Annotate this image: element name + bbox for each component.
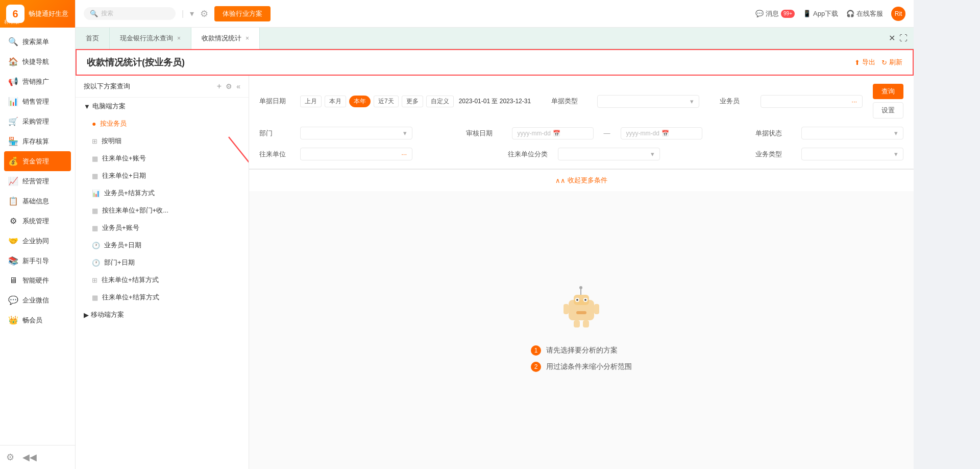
- tab-collection-stats-label: 收款情况统计: [202, 34, 241, 43]
- partner-select[interactable]: ···: [300, 148, 412, 160]
- partner-dots[interactable]: ···: [401, 150, 407, 158]
- sidebar-item-hardware[interactable]: 🖥 智能硬件: [0, 271, 75, 290]
- salesperson-select[interactable]: ···: [761, 95, 863, 108]
- scheme-item-partner-settle1[interactable]: ⊞ 往来单位+结算方式: [76, 271, 249, 289]
- doc-type-select[interactable]: ▾: [597, 95, 699, 108]
- scheme-settings-icon[interactable]: ⚙: [226, 82, 232, 90]
- partner-category-chevron: ▾: [651, 150, 654, 158]
- scheme-button[interactable]: 体验行业方案: [214, 6, 271, 21]
- online-service-button[interactable]: 🎧 在线客服: [846, 9, 883, 18]
- settings-button[interactable]: 设置: [873, 102, 903, 119]
- date-btn-this-month[interactable]: 本月: [325, 96, 346, 107]
- doc-status-select[interactable]: ▾: [801, 127, 903, 139]
- date-btn-7days[interactable]: 近7天: [374, 96, 399, 107]
- desktop-section[interactable]: ▼ 电脑端方案: [76, 98, 249, 115]
- basic-nav-icon: 📋: [8, 196, 18, 206]
- scheme-item-dept-date[interactable]: 🕐 部门+日期: [76, 254, 249, 271]
- scheme-item-salesperson-date[interactable]: 🕐 业务员+日期: [76, 237, 249, 254]
- date-btn-this-year[interactable]: 本年: [349, 96, 371, 107]
- scheme-item-partner-dept[interactable]: ▦ 按往来单位+部门+收...: [76, 202, 249, 219]
- date-btn-more[interactable]: 更多: [402, 96, 423, 107]
- scheme-salesperson-account-label: 业务员+账号: [102, 223, 139, 232]
- review-date-start-text: yyyy-mm-dd: [518, 130, 551, 137]
- svg-rect-12: [576, 311, 586, 314]
- scheme-item-partner-settle2[interactable]: ▦ 往来单位+结算方式: [76, 289, 249, 306]
- scheme-salesperson-date-label: 业务员+日期: [104, 241, 141, 250]
- date-range-separator: —: [604, 129, 610, 137]
- finance-nav-icon: 💰: [8, 156, 18, 166]
- export-button[interactable]: ⬆ 导出: [854, 58, 875, 67]
- tab-bank-flow-close[interactable]: ×: [177, 35, 181, 42]
- collab-nav-icon: 🤝: [8, 236, 18, 246]
- scheme-item-detail[interactable]: ⊞ 按明细: [76, 132, 249, 150]
- add-scheme-icon[interactable]: +: [217, 82, 222, 91]
- export-icon: ⬆: [854, 59, 860, 66]
- partner-category-select[interactable]: ▾: [558, 148, 660, 160]
- sidebar-item-quicknav[interactable]: 🏠 快捷导航: [0, 52, 75, 72]
- topbar-search[interactable]: 🔍 搜索: [84, 7, 176, 20]
- review-date-end[interactable]: yyyy-mm-dd 📅: [621, 127, 702, 139]
- sidebar-item-finance-label: 资金管理: [22, 157, 49, 166]
- sidebar-item-member[interactable]: 👑 畅会员: [0, 310, 75, 330]
- sidebar-item-finance[interactable]: 💰 资金管理: [4, 151, 71, 171]
- collapse-sidebar-icon[interactable]: ◀◀: [22, 452, 37, 463]
- sidebar-item-inventory-label: 库存核算: [22, 137, 49, 146]
- sidebar-item-system[interactable]: ⚙ 系统管理: [0, 211, 75, 231]
- dropdown-icon[interactable]: ▾: [190, 9, 194, 18]
- guide-nav-icon: 📚: [8, 256, 18, 266]
- svg-rect-10: [574, 320, 580, 327]
- sidebar-item-inventory[interactable]: 🏪 库存核算: [0, 131, 75, 151]
- step-1-num: 1: [531, 345, 541, 356]
- mobile-section[interactable]: ▶ 移动端方案: [76, 306, 249, 323]
- sidebar-item-marketing[interactable]: 📢 营销推广: [0, 72, 75, 91]
- salesperson-settle-icon: 📊: [92, 190, 100, 197]
- app-download-button[interactable]: 📱 App下载: [803, 9, 838, 18]
- date-btn-custom[interactable]: 自定义: [426, 96, 454, 107]
- empty-state: 1 请先选择要分析的方案 2 用过滤条件来缩小分析范围: [249, 191, 914, 469]
- sidebar-item-sales[interactable]: 📊 销售管理: [0, 91, 75, 111]
- sidebar-item-wechat[interactable]: 💬 企业微信: [0, 290, 75, 310]
- sidebar-item-search[interactable]: 🔍 搜索菜单: [0, 32, 75, 52]
- query-button[interactable]: 查询: [873, 84, 903, 99]
- biz-type-select[interactable]: ▾: [801, 148, 903, 160]
- tab-bank-flow[interactable]: 现金银行流水查询 ×: [110, 28, 191, 49]
- user-avatar[interactable]: Rit: [891, 7, 905, 21]
- dept-select[interactable]: ▾: [300, 127, 412, 139]
- wechat-nav-icon: 💬: [8, 295, 18, 305]
- messages-icon: 💬: [755, 10, 764, 17]
- salesperson-dots[interactable]: ···: [851, 98, 857, 105]
- date-btn-last-month[interactable]: 上月: [300, 96, 322, 107]
- review-date-end-text: yyyy-mm-dd: [626, 130, 659, 137]
- sidebar-item-operation[interactable]: 📈 经营管理: [0, 171, 75, 191]
- settings-bottom-icon[interactable]: ⚙: [6, 452, 14, 463]
- scheme-item-salesperson-settle[interactable]: 📊 业务员+结算方式: [76, 184, 249, 202]
- tab-home[interactable]: 首页: [76, 28, 110, 49]
- maximize-tab-icon[interactable]: ⛶: [899, 34, 908, 43]
- operation-nav-icon: 📈: [8, 176, 18, 186]
- tab-collection-stats-close[interactable]: ×: [246, 35, 249, 42]
- sidebar-item-basic[interactable]: 📋 基础信息: [0, 191, 75, 211]
- purchase-nav-icon: 🛒: [8, 116, 18, 126]
- settings-icon[interactable]: ⚙: [200, 8, 208, 19]
- svg-point-14: [579, 286, 582, 289]
- sidebar-nav: 🔍 搜索菜单 🏠 快捷导航 📢 营销推广 📊 销售管理 🛒 采购管理 🏪: [0, 28, 75, 445]
- sidebar-item-guide[interactable]: 📚 新手引导: [0, 251, 75, 271]
- messages-button[interactable]: 💬 消息 99+: [755, 9, 795, 18]
- scheme-item-salesperson[interactable]: ● 按业务员: [76, 115, 249, 132]
- scheme-item-partner-account[interactable]: ▦ 往来单位+账号: [76, 150, 249, 167]
- collapse-panel-icon[interactable]: «: [236, 82, 240, 90]
- inventory-nav-icon: 🏪: [8, 136, 18, 146]
- scheme-item-partner-date[interactable]: ▦ 往来单位+日期: [76, 167, 249, 184]
- salesperson-filter-label: 业务员: [720, 97, 750, 106]
- review-date-start[interactable]: yyyy-mm-dd 📅: [512, 127, 594, 139]
- sidebar-item-purchase[interactable]: 🛒 采购管理: [0, 111, 75, 131]
- sidebar-item-collab[interactable]: 🤝 企业协同: [0, 231, 75, 251]
- tab-collection-stats[interactable]: 收款情况统计 ×: [191, 28, 260, 49]
- refresh-button[interactable]: ↻ 刷新: [881, 58, 902, 67]
- sidebar-bottom: ⚙ ◀◀: [0, 445, 75, 469]
- close-tab-icon[interactable]: ✕: [889, 33, 895, 43]
- scheme-item-salesperson-account[interactable]: ▦ 业务员+账号: [76, 219, 249, 237]
- detail-icon: ⊞: [92, 137, 97, 145]
- collapse-bar[interactable]: ∧∧ 收起更多条件: [249, 169, 914, 191]
- topbar-right: 💬 消息 99+ 📱 App下载 🎧 在线客服 Rit: [755, 7, 905, 21]
